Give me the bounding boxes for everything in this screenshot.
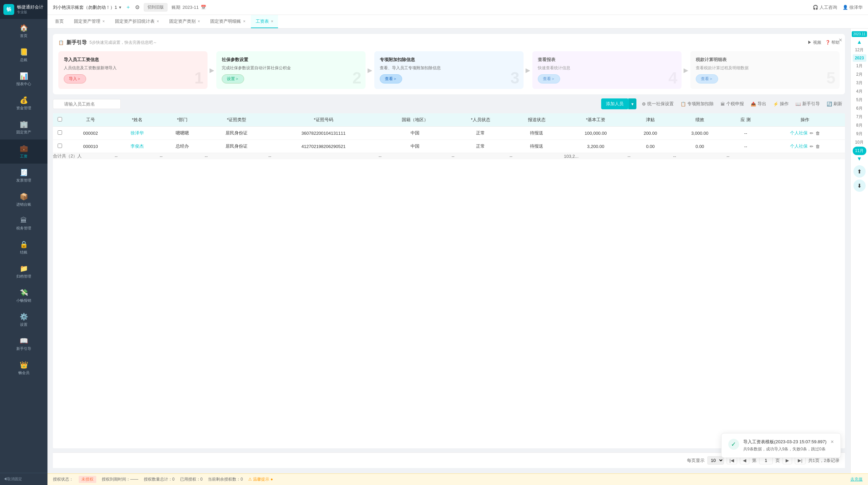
user-menu-btn[interactable]: 👤 徐泽华: [843, 4, 863, 11]
quota-label: 授权数量总计：0: [144, 477, 175, 482]
sidebar-item-ledger[interactable]: 📒总账: [0, 43, 47, 67]
row-delete-icon-1[interactable]: 🗑: [815, 144, 820, 149]
report-icon: 📊: [20, 72, 28, 80]
cancel-fixed-btn[interactable]: ◀取消固定: [0, 473, 47, 485]
row-delete-icon-0[interactable]: 🗑: [815, 131, 820, 136]
row-id-no-1: 412702198206290521: [269, 140, 379, 153]
sidebar-item-home[interactable]: 🏠首页: [0, 19, 47, 43]
sidebar-item-inventory[interactable]: 📦进销台账: [0, 188, 47, 212]
calendar-month-6月[interactable]: 6月: [853, 104, 866, 113]
row-name-1[interactable]: 李俊杰: [115, 140, 160, 153]
tab-首页[interactable]: 首页: [50, 15, 68, 28]
search-input[interactable]: [53, 99, 121, 109]
sidebar-item-invoice[interactable]: 🧾发票管理: [0, 164, 47, 188]
guide-step-arrow: ▶: [366, 67, 374, 74]
step-btn-3[interactable]: 查看＞: [380, 74, 402, 83]
tab-close-工资表[interactable]: ×: [271, 19, 273, 24]
guide-video-btn[interactable]: ▶ 视频: [808, 40, 821, 45]
col-header-report_status: 报送状态: [510, 113, 564, 127]
sidebar-item-settings[interactable]: ⚙️设置: [0, 308, 47, 332]
row-allowance-0: 200.00: [628, 127, 673, 140]
calendar-down-btn[interactable]: ▼: [856, 155, 863, 163]
toolbar-action-refresh[interactable]: 🔄刷新: [824, 99, 845, 108]
calendar-nav-up2[interactable]: ⬆: [853, 165, 866, 178]
guide-close-btn[interactable]: ×: [839, 37, 842, 44]
add-account-btn[interactable]: ＋: [125, 4, 131, 11]
sidebar-item-archive[interactable]: 📁归档管理: [0, 260, 47, 284]
calendar-month-4月[interactable]: 4月: [853, 87, 866, 96]
row-action-social-0[interactable]: 个人社保: [790, 130, 808, 136]
deduction-icon: 📋: [680, 101, 686, 107]
sidebar-item-report[interactable]: 📊报表中心: [0, 67, 47, 91]
col-header-base_salary: *基本工资: [564, 113, 628, 127]
toolbar-action-tax[interactable]: 🏛个税申报: [718, 99, 747, 108]
sidebar-item-vip[interactable]: 👑畅会员: [0, 356, 47, 380]
service-btn[interactable]: 🎧 人工咨询: [813, 4, 837, 11]
tab-工资表[interactable]: 工资表×: [251, 15, 278, 28]
row-action-social-1[interactable]: 个人社保: [790, 143, 808, 149]
per-page-select[interactable]: 10 20 50: [707, 456, 724, 465]
calendar-month-5月[interactable]: 5月: [853, 96, 866, 104]
tab-close-固定资产管理[interactable]: ×: [102, 19, 105, 24]
tab-close-固定资产类别[interactable]: ×: [198, 19, 200, 24]
toolbar-action-deduction[interactable]: 📋专项附加扣除: [678, 99, 716, 108]
toolbar-action-social[interactable]: ⚙统一社保设置: [639, 99, 676, 108]
step-btn-2[interactable]: 设置＞: [222, 74, 244, 83]
guide-subtitle: 5步快速完成设置，快去完善信息吧～: [90, 40, 157, 45]
calendar-up-btn[interactable]: ▲: [856, 38, 863, 46]
sidebar-item-guide[interactable]: 📖新手引导: [0, 332, 47, 356]
calendar-month-11月[interactable]: 11月: [853, 147, 866, 155]
account-settings-btn[interactable]: ⚙: [135, 4, 140, 11]
sidebar-item-salary[interactable]: 💼工资: [0, 139, 47, 164]
calendar-icon[interactable]: 📅: [201, 5, 206, 10]
row-edit-icon-1[interactable]: ✏: [810, 144, 813, 149]
toolbar-action-newguide[interactable]: 📖新手引导: [793, 99, 823, 108]
step-title-3: 专项附加扣除信息: [380, 57, 518, 63]
calendar-month-3月[interactable]: 3月: [853, 79, 866, 87]
sidebar-item-assets[interactable]: 🏢固定资产: [0, 115, 47, 139]
calendar-month-1月[interactable]: 1月: [853, 62, 866, 70]
calendar-month-10月[interactable]: 10月: [853, 138, 866, 147]
row-performance-1: 0.00: [673, 140, 726, 153]
table-header: 工号*姓名*部门*证照类型*证照号码国籍（地区）*人员状态报送状态*基本工资津贴…: [53, 113, 845, 127]
step-btn-1[interactable]: 导入＞: [64, 74, 86, 83]
sidebar-item-finance[interactable]: 💰资金管理: [0, 91, 47, 115]
row-name-0[interactable]: 徐泽华: [115, 127, 160, 140]
recharge-btn[interactable]: 去充值: [850, 477, 863, 482]
switch-version-btn[interactable]: 切到旧版: [144, 3, 167, 12]
row-status-0: 正常: [452, 127, 510, 140]
step-btn-4[interactable]: 查看＞: [538, 74, 560, 83]
add-person-dropdown-btn[interactable]: ▾: [628, 98, 636, 109]
sidebar-item-close[interactable]: 🔒结账: [0, 236, 47, 260]
calendar-month-12月[interactable]: 12月: [853, 46, 866, 54]
auth-status: 未授权: [79, 476, 96, 483]
tab-固定资产折旧统计表[interactable]: 固定资产折旧统计表×: [110, 15, 164, 28]
toast-notification: ✓ 导入工资表模板(2023-03-23 15:07:59.897) 共9条数据…: [721, 433, 841, 458]
toast-close-btn[interactable]: ×: [831, 439, 834, 445]
account-dropdown-btn[interactable]: ▾: [119, 5, 121, 10]
sidebar-item-expense[interactable]: 💸小畅报销: [0, 284, 47, 308]
tab-固定资产明细账[interactable]: 固定资产明细账×: [205, 15, 250, 28]
step-btn-5[interactable]: 查看＞: [696, 74, 718, 83]
tab-固定资产管理[interactable]: 固定资产管理×: [69, 15, 110, 28]
toolbar-action-export[interactable]: 📤导出: [748, 99, 769, 108]
calendar-month-7月[interactable]: 7月: [853, 113, 866, 121]
row-checkbox-1[interactable]: [53, 140, 66, 153]
select-all-checkbox[interactable]: [58, 117, 62, 122]
calendar-month-8月[interactable]: 8月: [853, 121, 866, 130]
toolbar-action-operate[interactable]: ⚡操作: [770, 99, 791, 108]
row-checkbox-0[interactable]: [53, 127, 66, 140]
search-wrapper: 🔍: [53, 99, 121, 109]
sidebar-item-tax[interactable]: 🏛税务管理: [0, 212, 47, 236]
col-header-action: 操作: [765, 113, 845, 127]
tab-固定资产类别[interactable]: 固定资产类别×: [164, 15, 205, 28]
calendar-month-2023[interactable]: 2023: [853, 54, 866, 62]
calendar-month-9月[interactable]: 9月: [853, 130, 866, 138]
tab-close-固定资产折旧统计表[interactable]: ×: [157, 19, 159, 24]
row-edit-icon-0[interactable]: ✏: [810, 131, 813, 136]
tab-close-固定资产明细账[interactable]: ×: [243, 19, 245, 24]
calendar-nav-down2[interactable]: ⬇: [853, 180, 866, 192]
calendar-month-2月[interactable]: 2月: [853, 70, 866, 79]
guide-help-btn[interactable]: ❓ 帮助: [825, 40, 840, 45]
add-person-btn[interactable]: 添加人员: [601, 98, 628, 109]
